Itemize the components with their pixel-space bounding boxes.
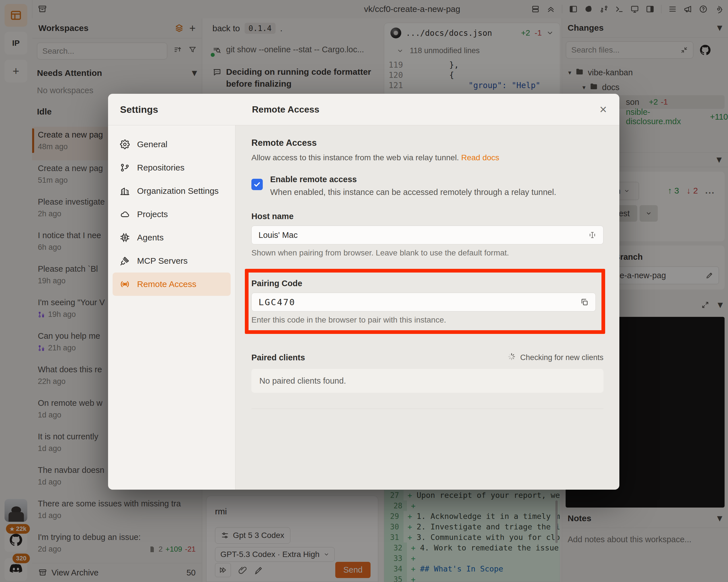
nav-item-repositories[interactable]: Repositories — [108, 156, 235, 179]
host-name-help: Shown when pairing from browser. Leave b… — [251, 248, 603, 257]
host-name-label: Host name — [251, 212, 603, 221]
read-docs-link[interactable]: Read docs — [461, 153, 499, 162]
host-name-value: Louis' Mac — [259, 230, 298, 240]
pairing-code-label: Pairing Code — [251, 279, 596, 288]
no-paired-clients-card: No paired clients found. — [251, 369, 603, 393]
pairing-code-value: LGC470 — [259, 297, 295, 307]
nav-label: Remote Access — [137, 279, 196, 289]
nav-label: MCP Servers — [137, 256, 188, 266]
pairing-code-highlight: Pairing Code LGC470 Enter this code in t… — [245, 269, 605, 334]
checking-clients-status: Checking for new clients — [520, 353, 603, 362]
nav-label: Agents — [137, 233, 163, 242]
text-cursor-icon — [588, 231, 596, 239]
host-name-input[interactable]: Louis' Mac — [251, 226, 603, 244]
app-window: vk/ccf0-create-a-new-pag IP + ★22k — [0, 0, 728, 582]
remote-access-settings: Remote Access Allow access to this insta… — [235, 125, 619, 490]
modal-title: Settings — [108, 104, 235, 115]
nav-label: Projects — [137, 210, 168, 219]
plug-icon — [120, 256, 130, 266]
section-heading: Remote Access — [251, 138, 603, 148]
paired-clients-label: Paired clients — [251, 353, 305, 362]
divider — [251, 409, 603, 409]
nav-label: General — [137, 140, 167, 149]
enable-remote-access-description: When enabled, this instance can be acces… — [270, 188, 556, 197]
nav-label: Organization Settings — [137, 186, 219, 196]
enable-remote-access-label: Enable remote access — [270, 175, 556, 184]
nav-item-projects[interactable]: Projects — [108, 203, 235, 226]
nav-item-agents[interactable]: Agents — [108, 226, 235, 249]
enable-remote-access-checkbox[interactable] — [251, 179, 263, 190]
pairing-code-help: Enter this code in the browser to pair w… — [251, 315, 596, 325]
git-branch-icon — [120, 163, 130, 172]
settings-modal: Settings Remote Access × General Reposit… — [108, 94, 619, 490]
nav-item-general[interactable]: General — [108, 133, 235, 156]
nav-item-mcp-servers[interactable]: MCP Servers — [108, 249, 235, 273]
cloud-icon — [120, 210, 130, 219]
gear-icon — [120, 140, 130, 149]
pairing-code-input[interactable]: LGC470 — [251, 293, 596, 311]
close-icon[interactable]: × — [599, 103, 607, 116]
nav-item-remote-access[interactable]: Remote Access — [113, 273, 231, 296]
settings-nav: General Repositories Organization Settin… — [108, 125, 235, 490]
building-icon — [120, 186, 130, 196]
copy-icon[interactable] — [580, 298, 589, 306]
cpu-icon — [120, 233, 130, 242]
broadcast-icon — [120, 279, 130, 289]
section-description: Allow access to this instance from the w… — [251, 153, 459, 162]
nav-item-organization-settings[interactable]: Organization Settings — [108, 179, 235, 203]
spinner-icon — [508, 353, 516, 363]
modal-section-header: Remote Access — [235, 104, 599, 115]
nav-label: Repositories — [137, 163, 185, 172]
